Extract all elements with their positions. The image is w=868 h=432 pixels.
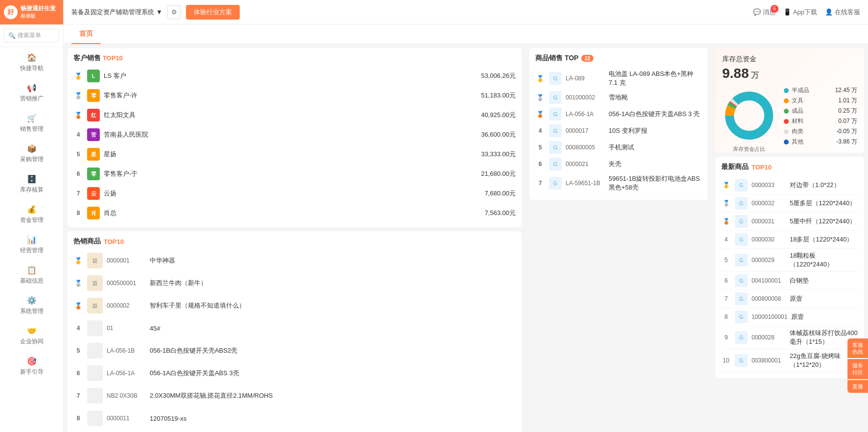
newest-code: 10000100001 [752, 313, 787, 320]
chart-label: 库存资金占比 [733, 145, 765, 153]
goods-name: 59651-1B旋转投影灯电池盒ABS黑色+58壳 [609, 174, 702, 192]
hot-product-item: 6 LA-056-1A 056-1A白色按键开关盖ABS 3壳 [73, 363, 516, 383]
legend-dot [784, 129, 789, 134]
legend-name: 成品 [792, 107, 835, 115]
newest-image: G [735, 354, 748, 367]
newest-code: 004100001 [752, 277, 786, 284]
newest-rank: 6 [721, 277, 731, 284]
inventory-unit: 万 [751, 71, 759, 81]
sidebar-item-guide[interactable]: 🎯 新手引导 [0, 351, 63, 381]
product-code: NB2.0X30B [107, 392, 146, 399]
system-title-dropdown[interactable]: 装备及固定资产辅助管理系统 ▼ [71, 8, 162, 17]
newest-code: 0000031 [752, 218, 786, 225]
nav-item-home[interactable]: 首页 [71, 24, 101, 44]
messages-badge: 6 [771, 5, 778, 13]
product-name: 45# [150, 325, 160, 332]
float-live[interactable]: 直播 [847, 380, 868, 393]
product-code: 01 [107, 325, 146, 332]
rank-medal-bronze: 🥉 [535, 109, 545, 119]
customer-ranking-card: 客户销售 TOP10 🥇 L LS 客户 53,006.26元 🥈 零 零售客户… [68, 48, 522, 227]
newest-name: 白钢垫 [790, 276, 858, 285]
rank-number: 7 [73, 391, 83, 401]
goods-code: LA-089 [566, 75, 605, 82]
product-image [87, 365, 103, 381]
legend-name: 材料 [792, 117, 835, 125]
purchase-icon: 📦 [26, 143, 37, 154]
hot-product-item: 5 LA-056-1B 056-1B白色按键开关壳ABS2壳 [73, 341, 516, 360]
customer-avatar: 星 [87, 148, 100, 161]
newest-rank: 8 [721, 313, 731, 320]
messages-action[interactable]: 💬 消息 6 [753, 8, 776, 17]
newest-image: G [735, 215, 748, 228]
rank-number: 4 [73, 323, 83, 333]
sidebar-item-basic[interactable]: 📋 基础信息 [0, 260, 63, 290]
sidebar-item-system[interactable]: ⚙️ 系统管理 [0, 290, 63, 320]
sidebar-item-inventory[interactable]: 🗄️ 库存核算 [0, 168, 63, 199]
newest-product-item: 🥈 G 0000032 5厘多层（1220*2440） [721, 194, 858, 213]
rank-medal-silver: 🥈 [535, 93, 545, 102]
goods-count-badge: 22 [581, 55, 593, 62]
hot-product-item: 7 NB2.0X30B 2.0X30MM双搓花轴,搓花直径2.1MM/ROHS [73, 386, 516, 406]
legend-item: 半成品 12.45 万 [784, 86, 857, 95]
rank-number: 7 [535, 178, 545, 188]
goods-code: 0000017 [566, 127, 605, 134]
legend-name: 其他 [792, 138, 833, 146]
sidebar-item-home[interactable]: 🏠 快捷导航 [0, 47, 63, 77]
dropdown-chevron-icon: ▼ [156, 8, 162, 16]
newest-products-title: 最新商品 TOP10 [721, 163, 858, 171]
goods-rank-item: 6 G 0000021 夹壳 [535, 156, 702, 172]
search-menu-button[interactable]: 🔍 搜索菜单 [4, 28, 59, 43]
newest-code: 003800001 [752, 357, 786, 364]
trial-btn[interactable]: 体验行业方案 [186, 5, 240, 20]
inventory-legend: 半成品 12.45 万 文具 1.01 万 成品 0.25 万 材料 0.07 … [784, 86, 857, 146]
hot-product-item: 🥉 🖼 0000002 智利车子里（规格不知道填什么） [73, 296, 516, 315]
rank-medal-gold: 🥇 [535, 73, 545, 83]
hot-products-list: 🥇 🖼 0000001 中华神器 🥈 🖼 000500001 新西兰牛肉（新牛）… [73, 251, 516, 432]
logo-text: 畅捷通好生意 [21, 5, 56, 13]
legend-dot [784, 98, 789, 103]
customer-avatar: L [87, 70, 100, 82]
hot-product-item: 🥇 🖼 0000001 中华神器 [73, 251, 516, 270]
sidebar-item-purchase[interactable]: 📦 采购管理 [0, 138, 63, 168]
float-community[interactable]: 服务社区 [847, 359, 868, 379]
sidebar-item-operation[interactable]: 📊 经营管理 [0, 229, 63, 260]
product-code: 0000002 [107, 302, 146, 309]
legend-item: 其他 -3.86 万 [784, 138, 857, 146]
newest-product-item: 7 G 000800008 原壹 [721, 290, 858, 308]
rank-medal-gold: 🥇 [73, 256, 83, 265]
customer-name: 云扬 [104, 189, 480, 198]
newest-rank: 🥉 [721, 218, 731, 225]
product-image [87, 343, 103, 359]
customer-value: 40,925.00元 [481, 111, 516, 120]
customer-value: 21,680.00元 [481, 169, 516, 178]
goods-image: G [549, 158, 562, 170]
online-service-action[interactable]: 👤 在线客服 [825, 8, 860, 17]
goods-ranking-title: 商品销售 TOP 22 [535, 54, 702, 63]
system-icon: ⚙️ [26, 295, 37, 306]
goods-name: 10S 变利罗报 [609, 126, 647, 135]
legend-value: -0.05 万 [836, 127, 857, 136]
rank-number: 4 [535, 126, 545, 136]
goods-rank-item: 5 G 000800005 手机测试 [535, 139, 702, 156]
settings-button[interactable]: ⚙ [167, 5, 181, 19]
sidebar-item-sales[interactable]: 🛒 销售管理 [0, 108, 63, 138]
newest-product-item: 6 G 004100001 白钢垫 [721, 272, 858, 290]
finance-icon: 💰 [26, 204, 37, 215]
sidebar-item-finance[interactable]: 💰 资金管理 [0, 199, 63, 229]
newest-code: 0000033 [752, 182, 786, 189]
float-service: 客服热线 服务社区 直播 [847, 338, 868, 393]
app-download-action[interactable]: 📱 App下载 [783, 8, 817, 17]
goods-image: G [549, 177, 562, 190]
legend-value: 12.45 万 [835, 86, 857, 95]
sidebar-item-coop[interactable]: 🤝 企业协同 [0, 320, 63, 351]
legend-value: 0.07 万 [838, 117, 857, 125]
sidebar-item-marketing[interactable]: 📢 营销推广 [0, 77, 63, 108]
legend-item: 材料 0.07 万 [784, 117, 857, 125]
sidebar-item-label-system: 系统管理 [20, 307, 44, 315]
newest-rank: 5 [721, 257, 731, 264]
center-panel: 客户销售 TOP10 🥇 L LS 客户 53,006.26元 🥈 零 零售客户… [64, 44, 525, 432]
customer-name: 零售客户-于 [104, 169, 477, 178]
rank-number: 6 [73, 169, 83, 179]
float-customer-service[interactable]: 客服热线 [847, 338, 868, 359]
legend-name: 半成品 [792, 86, 832, 95]
